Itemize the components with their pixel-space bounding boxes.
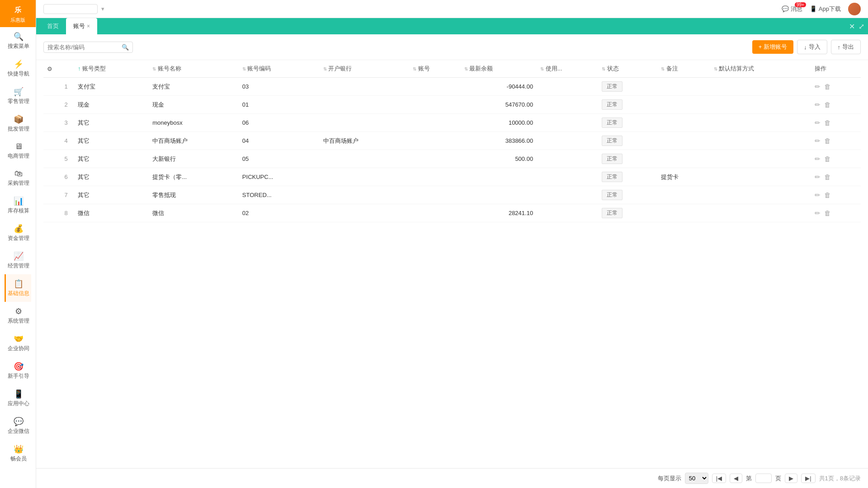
last-page-button[interactable]: ▶| bbox=[801, 474, 815, 483]
tab-home[interactable]: 首页 bbox=[40, 18, 66, 34]
table-row: 1 支付宝 支付宝 03 -90444.00 正常 ✏ 🗑 bbox=[43, 78, 861, 96]
sidebar-item-cooperation[interactable]: 🤝企业协同 bbox=[5, 329, 31, 357]
import-button[interactable]: ↓ 导入 bbox=[797, 40, 827, 54]
delete-button[interactable]: 🗑 bbox=[824, 155, 831, 163]
sidebar-item-membership[interactable]: 👑畅会员 bbox=[5, 440, 31, 467]
next-page-button[interactable]: ▶ bbox=[785, 474, 797, 483]
row-status: 正常 bbox=[598, 150, 657, 168]
per-page-select[interactable]: 50 20 100 bbox=[685, 473, 708, 484]
row-gear bbox=[43, 150, 58, 168]
first-page-button[interactable]: |◀ bbox=[712, 474, 726, 483]
sidebar-item-inventory[interactable]: 📊库存核算 bbox=[5, 192, 31, 219]
search-wrap: 🔍 bbox=[43, 42, 133, 53]
edit-button[interactable]: ✏ bbox=[815, 191, 821, 199]
sidebar-item-finance[interactable]: 💰资金管理 bbox=[5, 219, 31, 247]
row-num: 5 bbox=[58, 150, 74, 168]
row-account bbox=[409, 78, 460, 96]
name-column-header[interactable]: ⇅ 账号名称 bbox=[149, 60, 239, 78]
edit-button[interactable]: ✏ bbox=[815, 101, 821, 109]
row-gear bbox=[43, 132, 58, 150]
search-input[interactable] bbox=[47, 44, 120, 51]
add-account-button[interactable]: + 新增账号 bbox=[752, 40, 793, 54]
message-button[interactable]: 💬 消息 99+ bbox=[782, 5, 802, 13]
retail-icon: 🛒 bbox=[14, 87, 24, 97]
edit-button[interactable]: ✏ bbox=[815, 209, 821, 217]
edit-button[interactable]: ✏ bbox=[815, 173, 821, 181]
row-name: 现金 bbox=[149, 96, 239, 114]
row-name: 大新银行 bbox=[149, 150, 239, 168]
top-search-input[interactable] bbox=[43, 4, 98, 14]
export-icon: ↑ bbox=[838, 44, 841, 51]
row-action: ✏ 🗑 bbox=[811, 204, 861, 222]
account-sort-icon: ⇅ bbox=[413, 66, 416, 71]
row-status: 正常 bbox=[598, 96, 657, 114]
delete-button[interactable]: 🗑 bbox=[824, 137, 831, 145]
tab-account[interactable]: 账号 × bbox=[66, 18, 97, 34]
sidebar-item-operations[interactable]: 📈经营管理 bbox=[5, 247, 31, 274]
tab-close-icon[interactable]: × bbox=[87, 23, 90, 29]
row-balance: 500.00 bbox=[461, 150, 537, 168]
sidebar-item-system[interactable]: ⚙系统管理 bbox=[5, 302, 31, 329]
table-row: 6 其它 提货卡（零... PICKUPC... 正常 提货卡 ✏ 🗑 bbox=[43, 168, 861, 186]
status-column-header[interactable]: ⇅ 状态 bbox=[598, 60, 657, 78]
sidebar-item-app-center[interactable]: 📱应用中心 bbox=[5, 385, 31, 412]
settle-column-header[interactable]: ⇅ 默认结算方式 bbox=[710, 60, 811, 78]
row-account bbox=[409, 132, 460, 150]
app-download-button[interactable]: 📱 App下载 bbox=[810, 5, 841, 13]
sidebar-item-ecommerce[interactable]: 🖥电商管理 bbox=[5, 137, 31, 164]
sidebar-item-basic-info[interactable]: 📋基础信息 bbox=[5, 274, 31, 302]
code-column-header[interactable]: ⇅ 账号编码 bbox=[239, 60, 320, 78]
delete-button[interactable]: 🗑 bbox=[824, 173, 831, 181]
balance-column-header[interactable]: ⇅ 最新余额 bbox=[461, 60, 537, 78]
account-column-header[interactable]: ⇅ 账号 bbox=[409, 60, 460, 78]
page-suffix: 页 bbox=[775, 474, 781, 483]
edit-button[interactable]: ✏ bbox=[815, 155, 821, 163]
sidebar-item-search-menu[interactable]: 🔍搜索菜单 bbox=[5, 27, 31, 55]
row-gear bbox=[43, 168, 58, 186]
type-label: 账号类型 bbox=[82, 65, 106, 72]
bank-column-header[interactable]: ⇅ 开户银行 bbox=[320, 60, 410, 78]
delete-button[interactable]: 🗑 bbox=[824, 83, 831, 91]
gear-column-header[interactable]: ⚙ bbox=[43, 60, 58, 78]
edit-button[interactable]: ✏ bbox=[815, 119, 821, 127]
page-label: 第 bbox=[746, 474, 752, 483]
type-column-header[interactable]: ↑ 账号类型 bbox=[74, 60, 149, 78]
row-settle bbox=[710, 114, 811, 132]
usage-column-header[interactable]: ⇅ 使用... bbox=[537, 60, 598, 78]
row-bank bbox=[320, 150, 410, 168]
avatar[interactable] bbox=[848, 3, 861, 15]
dropdown-icon[interactable]: ▾ bbox=[101, 5, 104, 12]
logo-area: 乐 乐惠版 bbox=[0, 0, 36, 27]
wholesale-icon: 📦 bbox=[14, 114, 24, 124]
sidebar-item-retail[interactable]: 🛒零售管理 bbox=[5, 82, 31, 110]
top-bar-left: ▾ bbox=[43, 4, 104, 14]
row-code: 06 bbox=[239, 114, 320, 132]
edit-button[interactable]: ✏ bbox=[815, 137, 821, 145]
expand-window-icon[interactable]: ⤢ bbox=[859, 22, 864, 31]
sidebar-item-purchase[interactable]: 🛍采购管理 bbox=[5, 164, 31, 192]
sidebar-item-shortcuts[interactable]: ⚡快捷导航 bbox=[5, 55, 31, 82]
table-row: 3 其它 moneybosx 06 10000.00 正常 ✏ 🗑 bbox=[43, 114, 861, 132]
page-input[interactable]: 1 bbox=[755, 474, 772, 483]
delete-button[interactable]: 🗑 bbox=[824, 209, 831, 217]
row-account bbox=[409, 186, 460, 204]
remark-column-header[interactable]: ⇅ 备注 bbox=[657, 60, 710, 78]
sidebar-item-label: 资金管理 bbox=[8, 235, 29, 242]
row-remark bbox=[657, 132, 710, 150]
delete-button[interactable]: 🗑 bbox=[824, 191, 831, 199]
row-gear bbox=[43, 96, 58, 114]
row-settle bbox=[710, 132, 811, 150]
close-window-icon[interactable]: ✕ bbox=[849, 22, 855, 31]
prev-page-button[interactable]: ◀ bbox=[730, 474, 742, 483]
sidebar-item-wholesale[interactable]: 📦批发管理 bbox=[5, 110, 31, 137]
edit-button[interactable]: ✏ bbox=[815, 83, 821, 91]
row-account bbox=[409, 204, 460, 222]
delete-button[interactable]: 🗑 bbox=[824, 101, 831, 109]
name-sort-icon: ⇅ bbox=[152, 66, 156, 71]
export-button[interactable]: ↑ 导出 bbox=[831, 40, 861, 54]
sidebar-item-label: 企业协同 bbox=[8, 345, 29, 352]
delete-button[interactable]: 🗑 bbox=[824, 119, 831, 127]
sidebar-item-wechat[interactable]: 💬企业微信 bbox=[5, 412, 31, 440]
row-type: 其它 bbox=[74, 168, 149, 186]
sidebar-item-guide[interactable]: 🎯新手引导 bbox=[5, 357, 31, 385]
